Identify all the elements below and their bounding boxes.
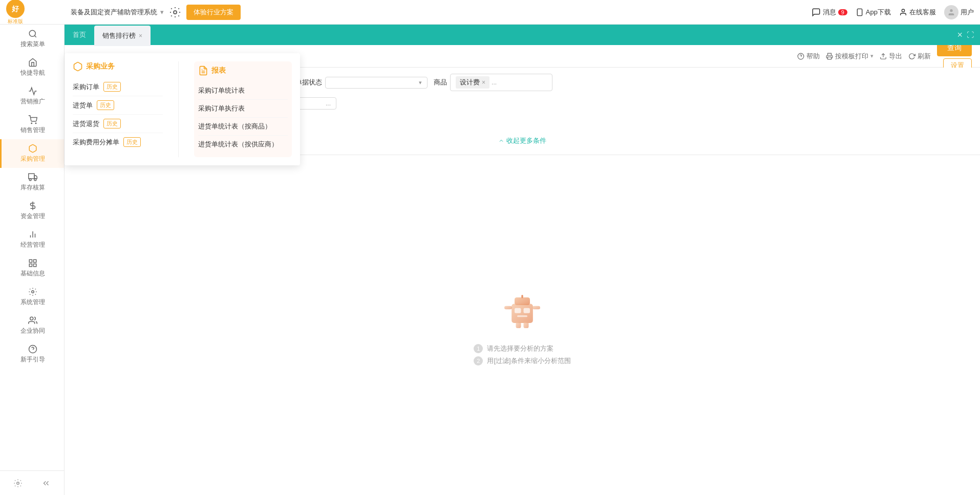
report-item-1[interactable]: 采购订单执行表: [198, 100, 288, 118]
svg-rect-31: [512, 304, 533, 324]
sidebar-collapse-btn[interactable]: [41, 479, 51, 488]
empty-state: 1 请先选择要分析的方案 2 用[过滤]条件来缩小分析范围: [65, 155, 980, 495]
purchase-col: 采购业务 采购订单 历史 进货单 历史 进货退货 历史 采购费用分摊单 历史: [73, 61, 163, 157]
sidebar-search-label: 搜索菜单: [20, 40, 45, 49]
report-col: 报表 采购订单统计表 采购订单执行表 进货单统计表（按商品） 进货单统计表（按供…: [194, 61, 292, 157]
sidebar-item-sales[interactable]: 销售管理: [0, 111, 64, 139]
svg-point-22: [32, 291, 34, 293]
goods-label: 商品: [434, 78, 447, 87]
purchase-item-2[interactable]: 进货退货 历史: [73, 115, 163, 133]
empty-illustration: [497, 285, 548, 336]
tab-sales-rank-label: 销售排行榜: [102, 31, 136, 40]
report-item-2[interactable]: 进货单统计表（按商品）: [198, 118, 288, 136]
purchase-item-3[interactable]: 采购费用分摊单 历史: [73, 133, 163, 151]
svg-rect-20: [34, 264, 36, 267]
top-right-area: 消息 9 App下载 在线客服: [812, 5, 974, 19]
sidebar-item-search[interactable]: 搜索菜单: [0, 25, 64, 53]
sidebar-settings-btn[interactable]: [13, 479, 23, 488]
tab-home[interactable]: 首页: [65, 25, 94, 45]
settings-icon[interactable]: [169, 6, 181, 18]
sidebar-item-finance[interactable]: 资金管理: [0, 197, 64, 225]
sidebar-bottom: [0, 470, 64, 495]
svg-rect-34: [517, 315, 527, 317]
app-download-btn[interactable]: App下载: [856, 8, 891, 17]
messages-btn[interactable]: 消息 9: [812, 8, 847, 17]
sidebar-guide-label: 新手引导: [20, 355, 45, 364]
tab-fullscreen-btn[interactable]: ⛶: [967, 31, 974, 39]
report-item-0[interactable]: 采购订单统计表: [198, 82, 288, 100]
sidebar-item-quicknav[interactable]: 快捷导航: [0, 53, 64, 82]
hint-num-2: 2: [474, 356, 483, 365]
hint-container: 1 请先选择要分析的方案 2 用[过滤]条件来缩小分析范围: [474, 344, 570, 365]
sidebar: 搜索菜单 快捷导航 营销推广: [0, 25, 65, 495]
brand-label: 标准版: [8, 18, 23, 25]
app-download-label: App下载: [866, 8, 891, 17]
sidebar-item-purchase[interactable]: 采购管理: [0, 139, 64, 168]
svg-rect-40: [524, 322, 529, 328]
report-item-0-label: 采购订单统计表: [198, 86, 245, 95]
help-btn[interactable]: 帮助: [797, 52, 820, 61]
purchase-dropdown-menu: 采购业务 采购订单 历史 进货单 历史 进货退货 历史 采购费用分摊单 历史: [65, 53, 300, 165]
sidebar-sales-label: 销售管理: [20, 126, 45, 135]
purchase-item-2-badge: 历史: [103, 119, 121, 128]
sidebar-item-system[interactable]: 系统管理: [0, 283, 64, 311]
industry-btn[interactable]: 体验行业方案: [186, 5, 241, 20]
hint-2: 2 用[过滤]条件来缩小分析范围: [474, 356, 570, 365]
tab-close-icon[interactable]: ×: [139, 32, 142, 39]
user-area[interactable]: 用户: [944, 5, 974, 19]
svg-rect-18: [29, 260, 32, 262]
goods-filter: 商品 设计费 × ...: [434, 74, 552, 91]
svg-rect-19: [34, 260, 36, 262]
svg-rect-29: [828, 57, 832, 59]
purchase-col-title: 采购业务: [73, 61, 163, 72]
title-dropdown-icon[interactable]: ▾: [160, 8, 164, 16]
report-item-3[interactable]: 进货单统计表（按供应商）: [198, 136, 288, 153]
status-filter: 单据状态 ▾: [295, 77, 428, 89]
svg-rect-39: [516, 322, 521, 328]
collapse-label: 收起更多条件: [506, 136, 546, 145]
salesman-more[interactable]: ...: [326, 100, 331, 107]
purchase-col-icon: [73, 61, 83, 72]
sidebar-enterprise-label: 企业协同: [20, 327, 45, 335]
tab-sales-rank[interactable]: 销售排行榜 ×: [94, 26, 151, 46]
svg-point-26: [17, 482, 19, 484]
report-item-3-label: 进货单统计表（按供应商）: [198, 140, 278, 149]
top-bar: 好 标准版 装备及固定资产辅助管理系统 ▾ 体验行业方案 消息 9: [0, 0, 980, 25]
purchase-item-2-label: 进货退货: [73, 119, 99, 128]
report-col-label: 报表: [211, 66, 226, 75]
svg-point-6: [29, 30, 35, 36]
goods-more[interactable]: ...: [492, 79, 497, 86]
sidebar-item-marketing[interactable]: 营销推广: [0, 82, 64, 111]
svg-point-2: [174, 11, 177, 14]
sidebar-item-basic[interactable]: 基础信息: [0, 254, 64, 283]
svg-rect-32: [515, 308, 521, 313]
sidebar-item-enterprise[interactable]: 企业协同: [0, 311, 64, 340]
export-btn[interactable]: 导出: [880, 52, 902, 61]
export-label: 导出: [889, 52, 902, 61]
system-title-text: 装备及固定资产辅助管理系统: [71, 8, 157, 17]
online-service-btn[interactable]: 在线客服: [899, 8, 936, 17]
svg-rect-36: [521, 295, 523, 298]
svg-marker-11: [34, 176, 37, 179]
status-dropdown-icon[interactable]: ▾: [419, 79, 422, 86]
sidebar-item-guide[interactable]: 新手引导: [0, 340, 64, 369]
purchase-item-1-badge: 历史: [97, 100, 114, 110]
sidebar-finance-label: 资金管理: [20, 212, 45, 221]
dropdown-divider: [178, 61, 179, 157]
help-label: 帮助: [806, 52, 820, 61]
goods-tag-close[interactable]: ×: [482, 79, 485, 86]
print-btn[interactable]: 按模板打印 ▾: [826, 52, 874, 61]
svg-text:好: 好: [11, 5, 19, 13]
tab-bar: 首页 销售排行榜 × × ⛶: [65, 25, 980, 45]
sidebar-basic-label: 基础信息: [20, 269, 45, 278]
svg-point-8: [31, 123, 32, 124]
print-dropdown-icon[interactable]: ▾: [870, 53, 874, 59]
purchase-item-0[interactable]: 采购订单 历史: [73, 78, 163, 96]
sidebar-item-inventory[interactable]: 库存核算: [0, 168, 64, 197]
purchase-item-1[interactable]: 进货单 历史: [73, 96, 163, 115]
refresh-btn[interactable]: 刷新: [908, 52, 931, 61]
tab-close-all-btn[interactable]: ×: [957, 30, 963, 40]
goods-tag-text: 设计费: [460, 78, 480, 87]
tab-home-label: 首页: [73, 30, 86, 39]
sidebar-item-operations[interactable]: 经营管理: [0, 225, 64, 254]
